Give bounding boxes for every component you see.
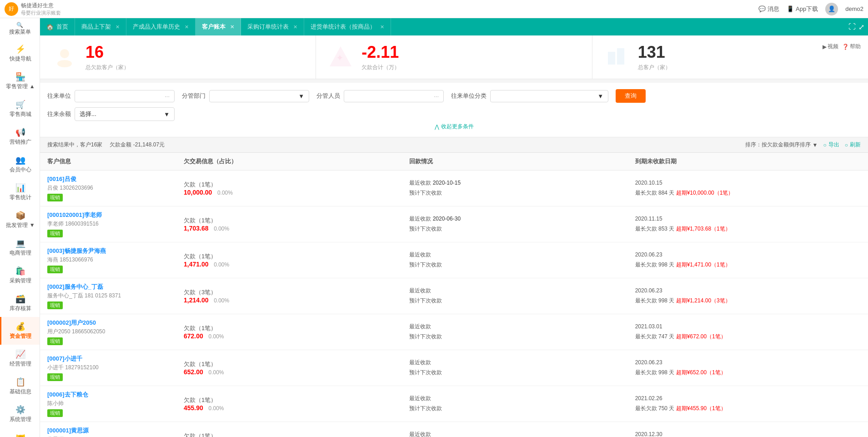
sort-button[interactable]: 排序：按欠款金额倒序排序 ▼ [745, 141, 818, 149]
tab-purchase-stat-close[interactable]: ✕ [380, 24, 384, 30]
overdue-days: 最长欠款 747 天 超期¥672.00（1笔） [635, 332, 861, 342]
tab-product-shelf-label: 商品上下架 [81, 23, 111, 31]
tab-product-shelf[interactable]: 商品上下架 ✕ [75, 18, 126, 35]
source-unit-input[interactable]: ··· [75, 90, 175, 102]
dept-select[interactable]: ▼ [209, 90, 309, 102]
due-date: 2020.11.15 [635, 214, 861, 224]
stat-debt-amount: ✦ -2.11 欠款合计（万） [316, 35, 592, 79]
sidebar-item-basic[interactable]: 📋 基础信息 [0, 372, 40, 400]
quick-nav-icon: ⚡ [3, 44, 38, 54]
total-customers-icon [603, 44, 631, 71]
source-unit-label: 往来单位 [47, 92, 71, 100]
overdue-link[interactable]: 超期¥455.90（1笔） [676, 405, 726, 412]
batch-mgmt-icon: 📦 [3, 211, 38, 221]
sidebar-item-enterprise[interactable]: 🤝 企业协同 [0, 428, 40, 437]
sidebar-item-batch-mgmt[interactable]: 📦 批发管理 ▼ [0, 206, 40, 234]
customer-name-link[interactable]: [0001020001]李老师 [47, 211, 184, 219]
tab-product-history-close[interactable]: ✕ [185, 24, 189, 30]
customer-name-link[interactable]: [000002]用户2050 [47, 319, 184, 327]
overdue-link[interactable]: 超期¥10,000.00（1笔） [676, 190, 734, 196]
overdue-link[interactable]: 超期¥1,703.68（1笔） [676, 226, 731, 232]
tab-bar-actions: ⛶ ⤢ [848, 23, 868, 31]
sidebar-item-member[interactable]: 👥 会员中心 [0, 151, 40, 178]
source-unit-dots: ··· [165, 93, 170, 100]
customer-tag: 现销 [47, 373, 63, 381]
dept-label: 分管部门 [182, 92, 206, 100]
view-btn[interactable]: ▶ 视频 [823, 43, 838, 50]
customer-name-link[interactable]: [0016]吕俊 [47, 175, 184, 183]
customer-name-link[interactable]: [0006]去下粮仓 [47, 391, 184, 399]
tab-home[interactable]: 🏠 首页 [40, 18, 75, 35]
app-download-btn[interactable]: 📱 App下载 [787, 5, 818, 13]
top-bar-right: 💬 消息 📱 App下载 👤 demo2 [758, 3, 863, 15]
person-input[interactable]: ··· [344, 90, 444, 102]
sidebar-item-retail-stat[interactable]: 📊 零售统计 [0, 178, 40, 206]
retail-mall-icon: 🛒 [3, 100, 38, 110]
overdue-link[interactable]: 超期¥1,214.00（3笔） [676, 297, 731, 304]
overdue-link[interactable]: 超期¥1,471.00（1笔） [676, 261, 731, 268]
sidebar-item-retail-mgmt[interactable]: 🏪 零售管理 ▲ [0, 67, 40, 95]
export-button[interactable]: ○ 导出 [823, 141, 839, 149]
tab-purchase-order-label: 采购订单统计表 [247, 23, 289, 31]
sidebar-item-quick-nav[interactable]: ⚡ 快捷导航 [0, 40, 40, 67]
table-row: [0002]服务中心_丁磊 服务中心_丁磊 181 0125 8371 现销 欠… [40, 278, 868, 314]
table-row: [0006]去下粮仓 陈小帅 现销 欠款（1笔） 455.90 0.00% [40, 386, 868, 422]
tab-product-shelf-close[interactable]: ✕ [115, 24, 120, 30]
customer-name-link[interactable]: [0007]小进千 [47, 355, 184, 363]
sidebar-item-search-menu[interactable]: 🔍 搜索菜单 [0, 18, 40, 40]
top-bar-left: 好 畅捷通好生意 母婴行业演示账套 [5, 2, 61, 16]
customer-name-link[interactable]: [0002]服务中心_丁磊 [47, 283, 184, 291]
balance-select[interactable]: 选择... ▼ [75, 107, 175, 121]
avatar[interactable]: 👤 [825, 3, 838, 15]
total-customers-label: 总客户（家） [638, 64, 671, 71]
refresh-button[interactable]: ○ 刷新 [845, 141, 861, 149]
last-payment: 最近收款 [409, 286, 635, 296]
return-info-0006: 最近收款 预计下次收款 [409, 394, 635, 413]
ecommerce-icon: 💻 [3, 238, 38, 248]
tab-product-history[interactable]: 产成品入库单历史 ✕ [126, 18, 196, 35]
retail-stat-icon: 📊 [3, 183, 38, 193]
tab-purchase-order[interactable]: 采购订单统计表 ✕ [241, 18, 304, 35]
sidebar-item-inventory[interactable]: 🗃️ 库存核算 [0, 289, 40, 317]
customer-name-link[interactable]: [0003]畅捷服务尹海燕 [47, 247, 184, 255]
username[interactable]: demo2 [845, 5, 863, 12]
sidebar-item-purchase[interactable]: 🛍️ 采购管理 [0, 261, 40, 289]
system-label: 系统管理 [3, 416, 38, 423]
tab-purchase-stat[interactable]: 进货单统计表（按商品） ✕ [304, 18, 391, 35]
debt-pct: 0.00% [208, 369, 224, 376]
unit-category-select[interactable]: ▼ [490, 90, 608, 102]
filter-area: 往来单位 ··· 分管部门 ▼ [40, 83, 868, 137]
customer-name-link[interactable]: [000001]黄思源 [47, 427, 184, 435]
return-info-0007: 最近收款 预计下次收款 [409, 358, 635, 377]
collapse-btn[interactable]: ⋀ 收起更多条件 [47, 123, 861, 131]
customer-info-0007: [0007]小进千 小进千 18279152100 现销 [47, 355, 184, 381]
sidebar-item-ecommerce[interactable]: 💻 电商管理 [0, 234, 40, 261]
search-button[interactable]: 查询 [616, 89, 646, 103]
tab-purchase-order-close[interactable]: ✕ [293, 24, 297, 30]
sidebar-item-marketing[interactable]: 📢 营销推广 [0, 123, 40, 151]
debt-info-0016: 欠款（1笔） 10,000.00 0.00% [184, 181, 409, 196]
tab-customer-account[interactable]: 客户账本 ✕ [196, 18, 241, 35]
tab-fullscreen-icon[interactable]: ⤢ [858, 23, 864, 31]
enterprise-icon: 🤝 [3, 432, 38, 437]
help-btn[interactable]: ❓ 帮助 [842, 43, 861, 50]
play-icon: ▶ [823, 44, 827, 50]
sidebar-item-operations[interactable]: 📈 经营管理 [0, 345, 40, 372]
tab-expand-icon[interactable]: ⛶ [848, 23, 856, 31]
overdue-link[interactable]: 超期¥672.00（1笔） [676, 333, 726, 340]
due-date: 2020.06.23 [635, 358, 861, 368]
customer-tag: 现销 [47, 301, 63, 309]
basic-label: 基础信息 [3, 388, 38, 396]
sidebar-item-finance[interactable]: 💰 资金管理 [0, 317, 40, 345]
sidebar-item-retail-mall[interactable]: 🛒 零售商城 [0, 95, 40, 123]
help-icon: ❓ [842, 44, 849, 50]
sidebar-item-system[interactable]: ⚙️ 系统管理 [0, 400, 40, 428]
stat-card-actions: ▶ 视频 ❓ 帮助 [823, 43, 861, 50]
tab-customer-account-close[interactable]: ✕ [230, 24, 234, 30]
inventory-label: 库存核算 [3, 305, 38, 312]
filter-source-unit: 往来单位 ··· [47, 90, 175, 102]
debt-info-0001: 欠款（1笔） 1,703.68 0.00% [184, 216, 409, 232]
chevron-down-icon3: ▼ [164, 111, 170, 118]
overdue-link[interactable]: 超期¥652.00（1笔） [676, 369, 726, 376]
message-btn[interactable]: 💬 消息 [758, 5, 779, 13]
